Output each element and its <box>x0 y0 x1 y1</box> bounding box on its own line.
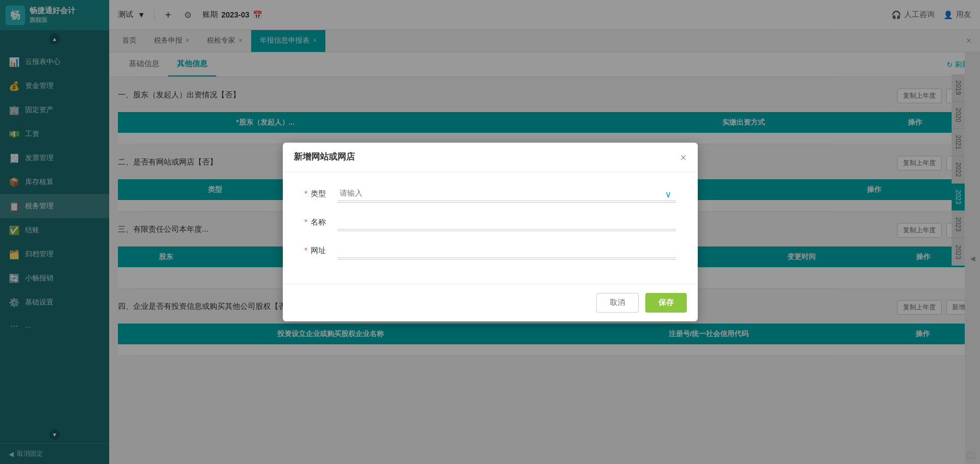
modal-add-website: 新增网站或网店 × * 类型 ∨ * 名称 <box>283 143 698 321</box>
form-label-type: * 类型 <box>305 189 337 199</box>
cancel-button[interactable]: 取消 <box>596 293 639 313</box>
form-row-name: * 名称 <box>305 214 676 231</box>
form-row-type: * 类型 ∨ <box>305 185 676 203</box>
form-input-wrapper-name <box>337 214 676 231</box>
required-star-name: * <box>305 218 307 226</box>
form-label-url: * 网址 <box>305 246 337 256</box>
input-underline-name <box>337 231 676 231</box>
modal-overlay[interactable]: 新增网站或网店 × * 类型 ∨ * 名称 <box>0 0 980 464</box>
modal-close-btn[interactable]: × <box>680 152 687 163</box>
required-star-url: * <box>305 246 307 255</box>
type-input[interactable] <box>337 185 676 201</box>
form-input-wrapper-type: ∨ <box>337 185 676 203</box>
form-input-wrapper-url <box>337 242 676 260</box>
form-label-name: * 名称 <box>305 218 337 227</box>
modal-footer: 取消 保存 <box>283 284 698 321</box>
input-underline <box>337 202 676 203</box>
save-button[interactable]: 保存 <box>645 293 687 313</box>
name-input[interactable] <box>337 214 676 230</box>
input-underline-url <box>337 259 676 260</box>
modal-title: 新增网站或网店 <box>294 151 355 163</box>
modal-header: 新增网站或网店 × <box>283 143 698 172</box>
modal-body: * 类型 ∨ * 名称 <box>283 172 698 284</box>
required-star-type: * <box>305 189 307 198</box>
form-row-url: * 网址 <box>305 242 676 260</box>
url-input[interactable] <box>337 242 676 258</box>
